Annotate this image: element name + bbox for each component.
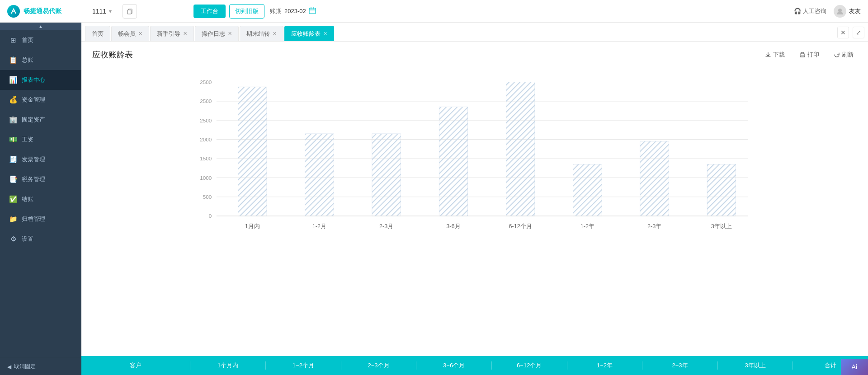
- sidebar-cancel-pin[interactable]: ◀ 取消固定: [0, 358, 81, 375]
- period-area: 账期 2023-02: [270, 7, 316, 15]
- pin-icon: ◀: [7, 364, 11, 370]
- tab-home[interactable]: 首页: [85, 26, 110, 41]
- user-area[interactable]: 友友: [834, 5, 861, 18]
- tab-label-ar-aging: 应收账龄表: [291, 30, 321, 38]
- cancel-pin-label: 取消固定: [14, 363, 36, 370]
- svg-rect-29: [707, 164, 736, 216]
- refresh-button[interactable]: 刷新: [830, 49, 857, 61]
- print-label: 打印: [807, 51, 819, 59]
- tab-oplog[interactable]: 操作日志✕: [195, 26, 239, 41]
- sidebar-nav: ⊞ 首页 📋 总账 📊 报表中心 💰 资金管理 🏢 固定资产 💵 工资 🧾 发票…: [0, 30, 81, 358]
- sidebar-item-reports[interactable]: 📊 报表中心: [0, 70, 81, 90]
- sidebar-label-archive: 归档管理: [22, 215, 45, 223]
- company-selector[interactable]: 1111 ▾: [89, 6, 115, 17]
- tab-label-home: 首页: [92, 30, 104, 38]
- tab-member[interactable]: 畅会员✕: [111, 26, 149, 41]
- sidebar-label-settings: 设置: [22, 235, 33, 243]
- tabs-right-actions: ✕ ⤢: [837, 27, 864, 41]
- tab-period-end[interactable]: 期末结转✕: [240, 26, 283, 41]
- sidebar-label-invoice: 发票管理: [22, 155, 45, 164]
- tab-close-period-end[interactable]: ✕: [273, 31, 277, 37]
- calendar-icon[interactable]: [309, 7, 316, 15]
- page-actions: 下载 打印: [761, 49, 857, 61]
- tab-close-member[interactable]: ✕: [138, 31, 142, 37]
- checkout-icon: ✅: [9, 195, 17, 203]
- svg-rect-27: [573, 164, 602, 216]
- table-footer: 客户1个月内1~2个月2~3个月3~6个月6~12个月1~2年2~3年3年以上合…: [81, 356, 868, 375]
- tab-label-member: 畅会员: [118, 30, 136, 38]
- sidebar-item-archive[interactable]: 📁 归档管理: [0, 209, 81, 229]
- footer-col-4: 3~6个月: [416, 361, 492, 370]
- print-button[interactable]: 打印: [796, 49, 823, 61]
- svg-text:1-2月: 1-2月: [312, 223, 326, 230]
- fixed-assets-icon: 🏢: [9, 116, 17, 124]
- svg-text:1500: 1500: [200, 155, 212, 161]
- headset-icon: 🎧: [794, 8, 801, 14]
- refresh-label: 刷新: [842, 51, 854, 59]
- workbench-button[interactable]: 工作台: [193, 5, 226, 18]
- home-icon: ⊞: [9, 36, 17, 44]
- sidebar-label-funds: 资金管理: [22, 96, 45, 104]
- sidebar-item-ledger[interactable]: 📋 总账: [0, 50, 81, 70]
- tabs-bar: 首页畅会员✕新手引导✕操作日志✕期末结转✕应收账龄表✕ ✕ ⤢: [81, 23, 868, 42]
- svg-rect-22: [238, 87, 267, 216]
- consult-area[interactable]: 🎧 人工咨询: [794, 7, 826, 15]
- svg-text:2000: 2000: [200, 136, 212, 142]
- consult-label: 人工咨询: [803, 7, 826, 15]
- tab-close-oplog[interactable]: ✕: [228, 31, 232, 37]
- svg-text:1000: 1000: [200, 175, 212, 181]
- svg-text:6-12个月: 6-12个月: [509, 223, 532, 230]
- header-right: 🎧 人工咨询 友友: [794, 5, 861, 18]
- footer-col-0: 客户: [81, 361, 190, 370]
- sidebar-label-fixed-assets: 固定资产: [22, 116, 45, 124]
- copy-company-button[interactable]: [123, 4, 137, 19]
- sidebar-label-home: 首页: [22, 36, 33, 44]
- svg-rect-4: [801, 55, 804, 56]
- sidebar-scroll-up[interactable]: ▲: [0, 23, 81, 30]
- ledger-icon: 📋: [9, 56, 17, 64]
- sidebar-item-checkout[interactable]: ✅ 结账: [0, 189, 81, 209]
- tab-guide[interactable]: 新手引导✕: [150, 26, 194, 41]
- period-label: 账期: [270, 7, 282, 15]
- switch-old-version-button[interactable]: 切到旧版: [229, 4, 264, 19]
- svg-rect-25: [439, 107, 468, 216]
- footer-col-7: 2~3年: [642, 361, 718, 370]
- tax-icon: 📑: [9, 175, 17, 183]
- sidebar-item-tax[interactable]: 📑 税务管理: [0, 169, 81, 189]
- svg-rect-0: [127, 10, 131, 14]
- svg-text:2-3月: 2-3月: [379, 223, 393, 230]
- ai-assistant-badge[interactable]: Ai: [841, 359, 868, 375]
- bar-chart: 2500 2500 2500 2000 1500 1000 500 0: [90, 77, 850, 240]
- tab-close-ar-aging[interactable]: ✕: [323, 31, 327, 37]
- download-button[interactable]: 下载: [761, 49, 788, 61]
- footer-col-8: 3年以上: [718, 361, 793, 370]
- download-label: 下载: [773, 51, 785, 59]
- sidebar-item-funds[interactable]: 💰 资金管理: [0, 90, 81, 110]
- sidebar-item-salary[interactable]: 💵 工资: [0, 130, 81, 150]
- sidebar-item-home[interactable]: ⊞ 首页: [0, 30, 81, 50]
- sidebar-item-settings[interactable]: ⚙ 设置: [0, 229, 81, 249]
- close-all-tabs-button[interactable]: ✕: [837, 27, 849, 38]
- company-name: 1111: [92, 8, 106, 15]
- svg-rect-1: [309, 8, 316, 14]
- chart-wrapper: 2500 2500 2500 2000 1500 1000 500 0: [90, 77, 850, 240]
- expand-tabs-button[interactable]: ⤢: [853, 27, 864, 38]
- funds-icon: 💰: [9, 96, 17, 104]
- company-selector-area: 1111 ▾: [89, 4, 188, 19]
- sidebar-label-salary: 工资: [22, 136, 33, 144]
- svg-rect-23: [305, 134, 334, 216]
- sidebar-item-invoice[interactable]: 🧾 发票管理: [0, 150, 81, 169]
- tab-label-guide: 新手引导: [157, 30, 180, 38]
- svg-text:3年以上: 3年以上: [711, 223, 732, 230]
- settings-icon: ⚙: [9, 235, 17, 243]
- svg-text:2500: 2500: [200, 98, 212, 104]
- chart-container: 2500 2500 2500 2000 1500 1000 500 0: [81, 68, 868, 356]
- page-content: 应收账龄表 下载: [81, 42, 868, 375]
- tab-ar-aging[interactable]: 应收账龄表✕: [284, 26, 334, 41]
- sidebar-item-fixed-assets[interactable]: 🏢 固定资产: [0, 110, 81, 130]
- user-avatar: [834, 5, 846, 18]
- footer-col-6: 1~2年: [567, 361, 643, 370]
- archive-icon: 📁: [9, 215, 17, 223]
- footer-col-2: 1~2个月: [266, 361, 341, 370]
- tab-close-guide[interactable]: ✕: [183, 31, 187, 37]
